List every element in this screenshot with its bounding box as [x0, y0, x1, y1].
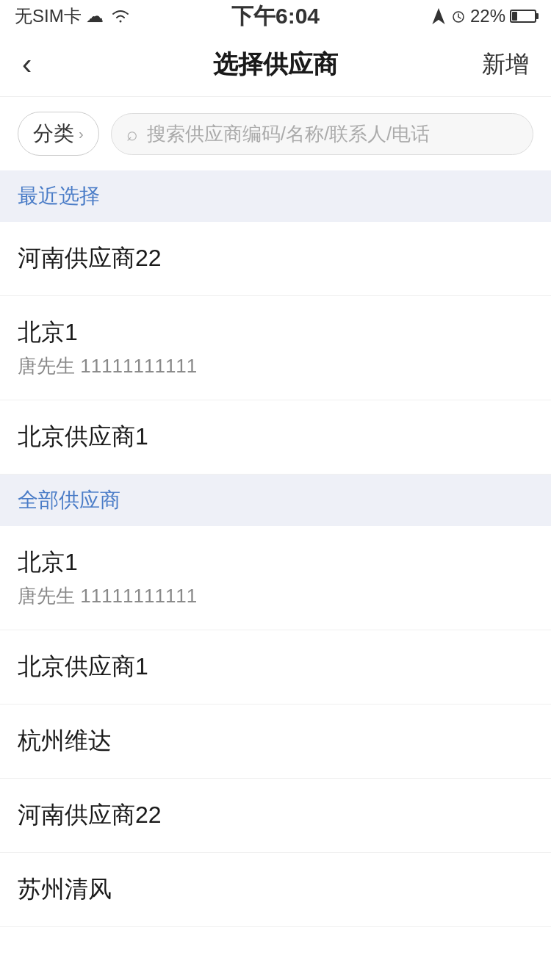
list-item[interactable]: 河南供应商22	[0, 779, 551, 853]
list-item[interactable]: 北京供应商1	[0, 400, 551, 475]
item-sub: 唐先生 11111111111	[18, 583, 533, 609]
chevron-right-icon: ›	[79, 126, 84, 143]
search-placeholder: 搜索供应商编码/名称/联系人/电话	[147, 121, 431, 147]
status-left: 无SIM卡 ☁	[15, 4, 132, 28]
no-sim-label: 无SIM卡 ☁	[15, 4, 104, 28]
wifi-icon	[109, 8, 132, 24]
item-name: 北京1	[18, 547, 533, 579]
svg-line-3	[458, 17, 461, 18]
location-icon	[431, 8, 447, 24]
search-bar[interactable]: ⌕ 搜索供应商编码/名称/联系人/电话	[111, 113, 533, 155]
status-bar: 无SIM卡 ☁ 下午6:04 22%	[0, 0, 551, 32]
filter-bar: 分类 › ⌕ 搜索供应商编码/名称/联系人/电话	[0, 97, 551, 170]
list-item[interactable]: 北京供应商1	[0, 630, 551, 705]
all-list: 北京1唐先生 11111111111北京供应商1杭州维达河南供应商22苏州清风	[0, 526, 551, 927]
alarm-icon	[451, 9, 466, 24]
item-name: 北京供应商1	[18, 421, 533, 453]
battery-fill	[512, 12, 517, 21]
category-button[interactable]: 分类 ›	[18, 112, 99, 156]
item-name: 北京供应商1	[18, 651, 533, 683]
status-time: 下午6:04	[231, 1, 320, 32]
battery-percent: 22%	[470, 6, 505, 26]
back-button[interactable]: ‹	[15, 40, 39, 88]
item-name: 北京1	[18, 317, 533, 349]
item-name: 苏州清风	[18, 873, 533, 906]
all-section-header: 全部供应商	[0, 475, 551, 526]
item-name: 河南供应商22	[18, 242, 533, 275]
item-sub: 唐先生 11111111111	[18, 353, 533, 379]
page-title: 选择供应商	[213, 48, 338, 82]
item-name: 河南供应商22	[18, 799, 533, 832]
item-name: 杭州维达	[18, 725, 533, 757]
recent-list: 河南供应商22北京1唐先生 11111111111北京供应商1	[0, 222, 551, 475]
add-button[interactable]: 新增	[482, 48, 529, 81]
list-item[interactable]: 北京1唐先生 11111111111	[0, 296, 551, 400]
nav-bar: ‹ 选择供应商 新增	[0, 32, 551, 97]
status-right: 22%	[431, 6, 536, 26]
category-label: 分类	[33, 120, 74, 148]
search-icon: ⌕	[126, 123, 138, 145]
svg-marker-0	[433, 10, 444, 23]
list-item[interactable]: 杭州维达	[0, 705, 551, 779]
recent-section-header: 最近选择	[0, 170, 551, 222]
battery-icon	[510, 10, 536, 23]
list-item[interactable]: 北京1唐先生 11111111111	[0, 526, 551, 630]
list-item[interactable]: 河南供应商22	[0, 222, 551, 296]
list-item[interactable]: 苏州清风	[0, 853, 551, 927]
